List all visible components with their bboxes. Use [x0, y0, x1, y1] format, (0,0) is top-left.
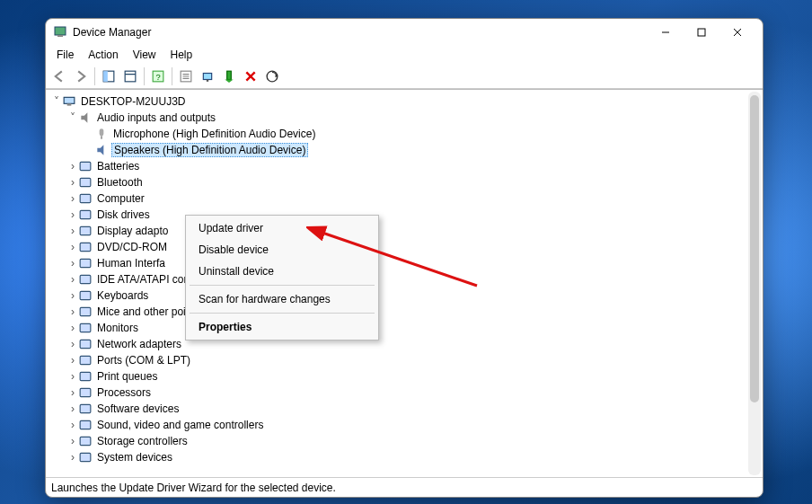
scrollbar-thumb[interactable] [750, 95, 759, 402]
tree-category[interactable]: ›Bluetooth [46, 174, 763, 190]
back-arrow-icon[interactable] [49, 66, 69, 86]
menu-help[interactable]: Help [163, 47, 200, 63]
status-bar: Launches the Update Driver Wizard for th… [46, 477, 763, 497]
title-bar: Device Manager [46, 19, 763, 46]
battery-icon [78, 159, 93, 173]
chevron-right-icon[interactable]: › [67, 257, 78, 270]
chevron-right-icon[interactable]: › [67, 208, 78, 221]
chevron-right-icon[interactable]: › [67, 435, 78, 447]
device-tree[interactable]: ˅ DESKTOP-M2UUJ3D ˅ Audio inputs and out… [46, 90, 763, 477]
chevron-right-icon[interactable]: › [67, 289, 78, 302]
tree-category[interactable]: ›Human Interfa [46, 255, 763, 271]
chevron-right-icon[interactable]: › [67, 322, 78, 334]
show-hide-tree-icon[interactable] [99, 66, 119, 86]
chevron-right-icon[interactable]: › [67, 338, 78, 350]
tree-category[interactable]: ›Batteries [46, 158, 763, 174]
chevron-right-icon[interactable]: › [67, 241, 78, 253]
svg-rect-43 [80, 372, 91, 380]
svg-text:?: ? [155, 72, 160, 81]
disk-icon [78, 208, 93, 222]
svg-rect-33 [80, 210, 91, 218]
tree-category[interactable]: ›IDE ATA/ATAPI controllers [46, 271, 763, 287]
tree-category[interactable]: ›Mice and other pointing devices [46, 304, 763, 320]
optical-icon [78, 240, 93, 254]
context-update-driver[interactable]: Update driver [186, 217, 378, 239]
tree-category[interactable]: ›Sound, video and game controllers [46, 417, 763, 433]
tree-category[interactable]: ›Processors [46, 385, 763, 401]
svg-rect-41 [80, 340, 91, 348]
tree-category[interactable]: ›Display adapto [46, 223, 763, 239]
chevron-right-icon[interactable]: › [67, 354, 78, 367]
tree-category-label: Network adapters [95, 338, 183, 350]
tree-category[interactable]: ›System devices [46, 449, 763, 465]
menu-action[interactable]: Action [81, 47, 125, 63]
vertical-scrollbar[interactable] [748, 92, 761, 475]
tree-device-speakers[interactable]: › Speakers (High Definition Audio Device… [46, 142, 763, 158]
tree-root[interactable]: ˅ DESKTOP-M2UUJ3D [46, 93, 763, 110]
update-driver-toolbar-icon[interactable] [198, 66, 217, 86]
chevron-down-icon[interactable]: ˅ [67, 111, 78, 124]
tree-category[interactable]: ›Network adapters [46, 336, 763, 352]
menu-file[interactable]: File [49, 47, 81, 63]
context-properties[interactable]: Properties [186, 316, 378, 338]
menu-view[interactable]: View [126, 47, 163, 63]
help-icon[interactable]: ? [148, 66, 168, 86]
svg-rect-37 [80, 275, 91, 283]
scan-hardware-icon[interactable] [262, 66, 282, 86]
minimize-button[interactable] [648, 20, 684, 45]
tree-category[interactable]: ›Storage controllers [46, 433, 763, 449]
details-icon[interactable] [120, 66, 140, 86]
tree-category-audio[interactable]: ˅ Audio inputs and outputs [46, 110, 763, 126]
tree-category[interactable]: ›Disk drives [46, 207, 763, 223]
properties-toolbar-icon[interactable] [176, 66, 196, 86]
tree-category[interactable]: ›Print queues [46, 368, 763, 385]
tree-category[interactable]: ›Ports (COM & LPT) [46, 352, 763, 368]
tree-category[interactable]: ›Computer [46, 190, 763, 207]
svg-rect-16 [203, 73, 211, 79]
keyboard-icon [78, 288, 93, 303]
menu-bar: File Action View Help [46, 46, 763, 64]
bluetooth-icon [78, 175, 93, 190]
tree-root-label: DESKTOP-M2UUJ3D [79, 95, 187, 108]
context-disable-device[interactable]: Disable device [186, 239, 378, 261]
chevron-right-icon[interactable]: › [67, 451, 78, 464]
svg-rect-0 [55, 27, 66, 35]
tree-category[interactable]: ›Software devices [46, 401, 763, 417]
chevron-down-icon[interactable]: ˅ [51, 95, 62, 108]
network-icon [78, 337, 93, 351]
svg-rect-1 [57, 35, 63, 37]
tree-category[interactable]: ›Monitors [46, 320, 763, 336]
close-button[interactable] [719, 20, 755, 45]
tree-device-microphone[interactable]: › Microphone (High Definition Audio Devi… [46, 126, 763, 142]
svg-marker-26 [81, 112, 87, 123]
tree-category[interactable]: ›DVD/CD-ROM [46, 239, 763, 255]
maximize-button[interactable] [684, 20, 719, 45]
enable-device-icon[interactable] [219, 66, 239, 86]
chevron-right-icon[interactable]: › [67, 192, 78, 205]
forward-arrow-icon[interactable] [71, 66, 91, 86]
chevron-right-icon[interactable]: › [67, 160, 78, 172]
storage-icon [78, 434, 93, 448]
chevron-right-icon[interactable]: › [67, 370, 78, 383]
uninstall-device-icon[interactable] [241, 66, 260, 86]
tree-device-label: Speakers (High Definition Audio Device) [111, 143, 308, 157]
svg-rect-47 [80, 437, 91, 445]
tree-category-label: Software devices [95, 402, 181, 415]
tree-category-label: Keyboards [95, 289, 150, 302]
chevron-right-icon[interactable]: › [67, 176, 78, 189]
svg-rect-38 [80, 291, 91, 299]
chevron-right-icon[interactable]: › [67, 386, 78, 399]
svg-marker-29 [97, 145, 103, 155]
svg-rect-39 [80, 307, 91, 315]
svg-rect-48 [80, 453, 91, 461]
tree-category[interactable]: ›Keyboards [46, 287, 763, 304]
cpu-icon [78, 385, 93, 400]
chevron-right-icon[interactable]: › [67, 273, 78, 286]
chevron-right-icon[interactable]: › [67, 305, 78, 318]
context-scan-hardware[interactable]: Scan for hardware changes [186, 288, 378, 310]
svg-marker-19 [225, 79, 233, 83]
chevron-right-icon[interactable]: › [67, 402, 78, 415]
context-uninstall-device[interactable]: Uninstall device [186, 261, 378, 282]
chevron-right-icon[interactable]: › [67, 419, 78, 431]
chevron-right-icon[interactable]: › [67, 225, 78, 237]
